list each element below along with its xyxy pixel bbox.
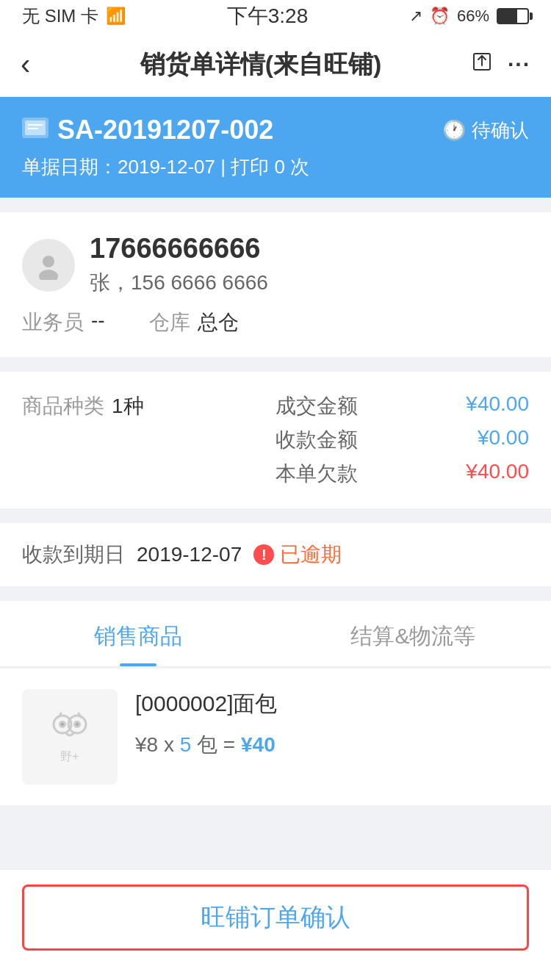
status-time: 下午3:28 <box>227 2 309 30</box>
overdue-badge: ! 已逾期 <box>253 541 342 569</box>
status-bar: 无 SIM 卡 📶 下午3:28 ↗ ⏰ 66% <box>0 0 551 32</box>
total-value: ¥40 <box>241 733 276 756</box>
due-date-card: 收款到期日 2019-12-07 ! 已逾期 <box>0 523 551 586</box>
multiply-sign: x <box>164 733 180 756</box>
warehouse-value: 总仓 <box>198 309 239 336</box>
received-amount-value: ¥0.00 <box>478 426 529 454</box>
svg-point-12 <box>61 723 64 726</box>
unit-text: 包 <box>197 733 217 756</box>
owed-amount-label: 本单欠款 <box>276 460 358 488</box>
svg-point-6 <box>43 256 54 267</box>
deal-amount-label: 成交金额 <box>276 392 358 420</box>
overdue-icon: ! <box>253 544 274 565</box>
order-date: 单据日期：2019-12-07 | 打印 0 次 <box>22 154 529 180</box>
page-title: 销货单详情(来自旺铺) <box>65 48 457 82</box>
customer-info: 17666666666 张，156 6666 6666 <box>90 233 268 297</box>
nav-actions: ··· <box>457 51 530 78</box>
customer-name: 张，156 6666 6666 <box>90 269 268 297</box>
product-type-label: 商品种类 <box>22 392 104 420</box>
tab-settlement-logistics[interactable]: 结算&物流等 <box>276 601 551 666</box>
order-id: SA-20191207-002 <box>22 115 273 145</box>
product-thumbnail: 野+ <box>22 689 118 785</box>
salesperson-label: 业务员 <box>22 309 84 336</box>
svg-point-13 <box>76 723 79 726</box>
warehouse-item: 仓库 总仓 <box>149 309 239 336</box>
table-row: 野+ [0000002]面包 ¥8 x 5 包 = ¥40 <box>0 669 551 805</box>
due-date-label: 收款到期日 <box>22 541 125 569</box>
status-right: ↗ ⏰ 66% <box>409 7 529 26</box>
bottom-bar: 旺铺订单确认 <box>0 869 551 980</box>
summary-left: 商品种类 1种 <box>22 392 276 420</box>
product-name: [0000002]面包 <box>135 689 529 719</box>
avatar <box>22 239 75 292</box>
summary-right: 成交金额 ¥40.00 收款金额 ¥0.00 本单欠款 ¥40.00 <box>276 392 529 488</box>
product-list: 野+ [0000002]面包 ¥8 x 5 包 = ¥40 <box>0 669 551 805</box>
product-info: [0000002]面包 ¥8 x 5 包 = ¥40 <box>135 689 529 759</box>
owed-amount-value: ¥40.00 <box>466 460 529 488</box>
salesperson-item: 业务员 -- <box>22 309 105 336</box>
customer-top: 17666666666 张，156 6666 6666 <box>22 233 529 297</box>
summary-card: 商品种类 1种 成交金额 ¥40.00 收款金额 ¥0.00 本单欠款 ¥40.… <box>0 372 551 508</box>
customer-card: 17666666666 张，156 6666 6666 业务员 -- 仓库 总仓 <box>0 212 551 357</box>
svg-point-7 <box>39 270 58 280</box>
product-price: ¥8 x 5 包 = ¥40 <box>135 731 529 759</box>
received-amount-label: 收款金额 <box>276 426 358 454</box>
deal-amount-row: 成交金额 ¥40.00 <box>276 392 529 420</box>
order-icon <box>22 117 48 144</box>
order-header-card: SA-20191207-002 🕐 待确认 单据日期：2019-12-07 | … <box>0 97 551 198</box>
product-thumb-text: 野+ <box>60 749 79 765</box>
clock-icon: 🕐 <box>442 119 466 142</box>
customer-meta: 业务员 -- 仓库 总仓 <box>22 309 529 336</box>
customer-phone: 17666666666 <box>90 233 268 264</box>
deal-amount-value: ¥40.00 <box>466 392 529 420</box>
tab-sales-products[interactable]: 销售商品 <box>0 601 276 666</box>
location-icon: ↗ <box>409 7 422 26</box>
carrier-text: 无 SIM 卡 <box>22 4 98 28</box>
tabs-container: 销售商品 结算&物流等 <box>0 601 551 667</box>
owed-amount-row: 本单欠款 ¥40.00 <box>276 460 529 488</box>
status-text: 待确认 <box>472 118 529 143</box>
product-type-count: 1种 <box>112 392 144 420</box>
overdue-text: 已逾期 <box>280 541 342 569</box>
due-date-value: 2019-12-07 <box>137 543 242 566</box>
qty-value: 5 <box>180 733 192 756</box>
nav-bar: ‹ 销货单详情(来自旺铺) ··· <box>0 32 551 97</box>
more-icon[interactable]: ··· <box>508 52 530 77</box>
order-status: 🕐 待确认 <box>442 118 529 143</box>
order-id-text: SA-20191207-002 <box>57 115 273 145</box>
order-header-top: SA-20191207-002 🕐 待确认 <box>22 115 529 145</box>
salesperson-value: -- <box>91 309 105 336</box>
alarm-icon: ⏰ <box>430 7 450 26</box>
received-amount-row: 收款金额 ¥0.00 <box>276 426 529 454</box>
battery-percent: 66% <box>457 7 489 26</box>
back-button[interactable]: ‹ <box>21 48 65 81</box>
wifi-icon: 📶 <box>106 7 126 26</box>
equals-sign: = <box>223 733 241 756</box>
status-left: 无 SIM 卡 📶 <box>22 4 126 28</box>
battery-icon <box>497 8 529 24</box>
share-icon[interactable] <box>471 51 493 78</box>
warehouse-label: 仓库 <box>149 309 190 336</box>
price-value: ¥8 <box>135 733 158 756</box>
confirm-order-button[interactable]: 旺铺订单确认 <box>22 884 529 951</box>
